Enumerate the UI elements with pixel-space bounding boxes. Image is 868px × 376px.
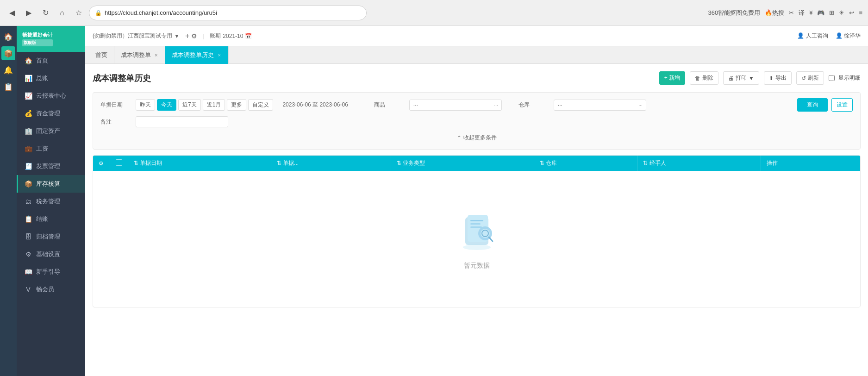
goods-select[interactable] — [409, 100, 502, 111]
query-button[interactable]: 查询 — [797, 98, 828, 112]
tool-undo[interactable]: ↩ — [849, 9, 854, 16]
user-btn[interactable]: 👤 徐泽华 — [836, 32, 861, 40]
empty-text: 暂元数据 — [464, 262, 490, 270]
print-dropdown-icon[interactable]: ▼ — [749, 75, 754, 81]
user-icon: 👤 — [836, 32, 843, 39]
filter-setting-button[interactable]: 设置 — [831, 98, 853, 112]
date-btn-custom[interactable]: 自定义 — [248, 99, 273, 111]
home-button[interactable]: ⌂ — [56, 6, 69, 19]
date-btn-yesterday[interactable]: 昨天 — [136, 99, 155, 111]
th-number-label: ⇅ 单据... — [277, 159, 299, 167]
tool-menu[interactable]: ≡ — [859, 9, 862, 16]
new-button[interactable]: + 新增 — [659, 71, 685, 85]
sidebar-item-closing[interactable]: 📋 结账 — [17, 210, 85, 228]
th-warehouse-label: ⇅ 仓库 — [540, 159, 557, 167]
export-icon: ⬆ — [769, 75, 774, 81]
print-button[interactable]: 🖨 打印 ▼ — [723, 71, 759, 85]
browser-search[interactable]: 360智能抠图免费用 — [708, 9, 760, 17]
date-btn-more[interactable]: 更多 — [227, 99, 246, 111]
forward-button[interactable]: ▶ — [22, 6, 35, 19]
th-settings[interactable]: ⚙ — [93, 156, 110, 171]
rail-item-1[interactable]: 🏠 — [1, 30, 15, 44]
sidebar-item-guide[interactable]: 📖 新手引导 — [17, 263, 85, 281]
sidebar-item-settings[interactable]: ⚙ 基础设置 — [17, 245, 85, 263]
company-settings-icon[interactable]: ⚙ — [191, 32, 197, 40]
sidebar: 畅捷通好会计 旗舰版 🏠 首页 📊 总账 📈 云报表中心 💰 资金管理 🏢 固定… — [17, 26, 85, 376]
sidebar-item-inventory[interactable]: 📦 库存核算 — [17, 175, 85, 193]
tab-cost-adjustment-label: 成本调整单 — [121, 51, 151, 59]
tab-cost-adjustment-history[interactable]: 成本调整单历史 × — [165, 46, 228, 64]
delete-label: 删除 — [702, 74, 713, 82]
topbar: (勿删勿禁用）江西服宝测试专用 ▼ + ⚙ | 账期 2021-10 📅 👤 人… — [85, 26, 868, 46]
sidebar-item-tax[interactable]: 🗂 税务管理 — [17, 193, 85, 210]
th-checkbox[interactable] — [110, 156, 128, 171]
page-title: 成本调整单历史 — [93, 73, 151, 84]
delete-icon: 🗑 — [695, 75, 700, 81]
tool-grid[interactable]: ⊞ — [829, 9, 834, 16]
date-btn-today[interactable]: 今天 — [157, 99, 176, 111]
tool-currency[interactable]: ¥ — [809, 9, 812, 16]
tool-sun[interactable]: ☀ — [839, 9, 844, 16]
th-operator[interactable]: ⇅ 经手人 — [637, 156, 761, 171]
hot-label[interactable]: 🔥热搜 — [765, 9, 784, 17]
date-btn-week[interactable]: 近7天 — [178, 99, 201, 111]
calendar-icon[interactable]: 📅 — [245, 33, 252, 39]
page-content: 成本调整单历史 + 新增 🗑 删除 🖨 打印 ▼ ⬆ 导出 — [85, 64, 868, 376]
date-buttons: 昨天 今天 近7天 近1月 更多 自定义 — [136, 99, 273, 111]
display-toggle-checkbox[interactable] — [829, 75, 835, 81]
tab-cost-adjustment-close[interactable]: × — [154, 52, 158, 58]
remark-input[interactable] — [136, 116, 228, 127]
back-button[interactable]: ◀ — [6, 6, 19, 19]
tab-home[interactable]: 首页 — [89, 46, 114, 64]
tool-translate[interactable]: 译 — [799, 9, 805, 17]
sidebar-item-invoices[interactable]: 🧾 发票管理 — [17, 157, 85, 175]
sidebar-item-home[interactable]: 🏠 首页 — [17, 52, 85, 69]
topbar-right: 👤 人工咨询 👤 徐泽华 — [797, 32, 861, 40]
warehouse-select[interactable] — [554, 100, 646, 111]
sidebar-item-archive[interactable]: 🗄 归档管理 — [17, 228, 85, 245]
closing-icon: 📋 — [24, 215, 32, 223]
inventory-icon: 📦 — [24, 180, 32, 188]
sidebar-item-payroll[interactable]: 💼 工资 — [17, 140, 85, 157]
filter-row-2: 备注 — [100, 116, 853, 127]
sidebar-item-ledger[interactable]: 📊 总账 — [17, 69, 85, 87]
th-operator-label: ⇅ 经手人 — [643, 159, 666, 167]
collapse-button[interactable]: ⌃ 收起更多条件 — [451, 132, 502, 144]
company-dropdown-icon[interactable]: ▼ — [174, 33, 180, 39]
refresh-button[interactable]: ↺ 刷新 — [796, 71, 824, 85]
user-name: 徐泽华 — [844, 32, 861, 39]
guide-icon: 📖 — [24, 268, 32, 276]
sidebar-label-home: 首页 — [36, 56, 48, 65]
th-warehouse[interactable]: ⇅ 仓库 — [534, 156, 637, 171]
icon-rail: 🏠 📦 🔔 📋 — [0, 26, 17, 376]
empty-state: 暂元数据 — [93, 171, 860, 307]
rail-item-active[interactable]: 📦 — [1, 46, 15, 60]
th-business-type[interactable]: ⇅ 业务类型 — [391, 156, 534, 171]
export-button[interactable]: ⬆ 导出 — [764, 71, 792, 85]
tool-cut[interactable]: ✂ — [789, 9, 794, 16]
tab-cost-adjustment-history-close[interactable]: × — [217, 52, 221, 58]
star-button[interactable]: ☆ — [72, 6, 85, 19]
header-checkbox[interactable] — [116, 159, 122, 166]
tab-cost-adjustment[interactable]: 成本调整单 × — [114, 46, 165, 64]
sidebar-label-payroll: 工资 — [36, 144, 48, 153]
add-company-icon[interactable]: + — [185, 32, 189, 40]
sidebar-item-funds[interactable]: 💰 资金管理 — [17, 105, 85, 122]
date-btn-month[interactable]: 近1月 — [203, 99, 225, 111]
tool-game[interactable]: 🎮 — [817, 9, 824, 16]
rail-item-3[interactable]: 📋 — [1, 80, 15, 94]
th-number[interactable]: ⇅ 单据... — [271, 156, 391, 171]
sidebar-item-fixed-assets[interactable]: 🏢 固定资产 — [17, 122, 85, 140]
consult-btn[interactable]: 👤 人工咨询 — [797, 32, 828, 40]
sidebar-item-vip[interactable]: V 畅会员 — [17, 281, 85, 298]
th-date[interactable]: ⇅ 单据日期 — [128, 156, 271, 171]
refresh-button[interactable]: ↻ — [39, 6, 52, 19]
delete-button[interactable]: 🗑 删除 — [690, 71, 718, 85]
sidebar-item-reports[interactable]: 📈 云报表中心 — [17, 87, 85, 105]
display-toggle[interactable]: 显示明细 — [829, 74, 861, 82]
svg-rect-4 — [470, 223, 481, 225]
rail-item-2[interactable]: 🔔 — [1, 63, 15, 77]
display-toggle-label: 显示明细 — [838, 74, 861, 82]
address-bar[interactable]: 🔒 https://cloud.chanjet.com/accounting/u… — [89, 6, 367, 20]
th-actions: 操作 — [761, 156, 860, 171]
